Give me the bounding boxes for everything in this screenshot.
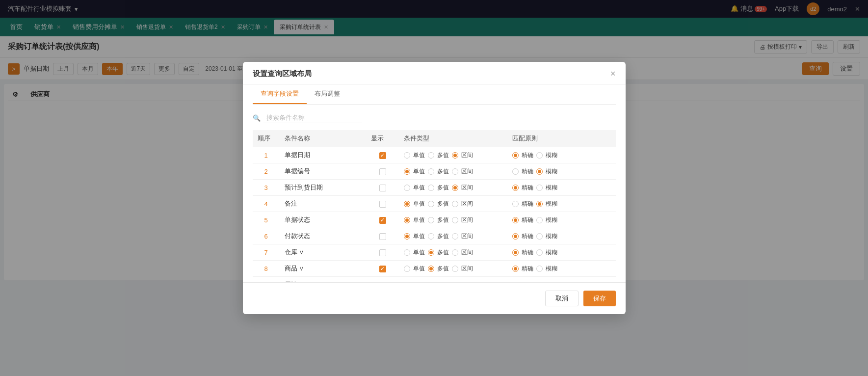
match-label-精确: 精确 bbox=[522, 232, 533, 241]
show-checkbox[interactable] bbox=[379, 282, 386, 282]
row-name: 单据日期 bbox=[280, 147, 367, 163]
type-radio-单值[interactable] bbox=[404, 266, 410, 272]
row-type: 单值多值区间 bbox=[399, 180, 507, 196]
th-match: 匹配原则 bbox=[507, 130, 616, 147]
type-label-区间: 区间 bbox=[461, 167, 473, 176]
search-icon: 🔍 bbox=[253, 114, 261, 122]
match-radio-精确[interactable] bbox=[512, 201, 519, 207]
match-label-精确: 精确 bbox=[522, 167, 533, 176]
match-radio-模糊[interactable] bbox=[536, 249, 543, 256]
row-order: 2 bbox=[253, 163, 280, 180]
type-radio-区间[interactable] bbox=[452, 233, 458, 240]
type-radio-多值[interactable] bbox=[428, 249, 434, 256]
type-radio-多值[interactable] bbox=[428, 168, 434, 175]
match-label-模糊: 模糊 bbox=[546, 200, 557, 208]
match-label-模糊: 模糊 bbox=[546, 167, 557, 176]
show-checkbox[interactable] bbox=[379, 185, 386, 191]
row-order: 5 bbox=[253, 212, 280, 228]
type-radio-多值[interactable] bbox=[428, 185, 434, 191]
tab-layout-adjust[interactable]: 布局调整 bbox=[307, 84, 348, 104]
dialog-title: 设置查询区域布局 bbox=[253, 69, 312, 79]
row-name: 属性 ∨ bbox=[280, 277, 367, 283]
type-label-多值: 多值 bbox=[437, 151, 449, 160]
match-radio-精确[interactable] bbox=[512, 217, 519, 223]
type-label-多值: 多值 bbox=[437, 200, 449, 208]
type-radio-区间[interactable] bbox=[452, 249, 458, 256]
match-radio-模糊[interactable] bbox=[536, 266, 543, 272]
row-order: 1 bbox=[253, 147, 280, 163]
type-label-单值: 单值 bbox=[413, 232, 425, 241]
row-order: 6 bbox=[253, 228, 280, 244]
show-checkbox[interactable] bbox=[379, 168, 386, 175]
dialog-tabs: 查询字段设置 布局调整 bbox=[253, 84, 616, 105]
type-radio-区间[interactable] bbox=[452, 201, 458, 207]
type-radio-单值[interactable] bbox=[404, 233, 410, 240]
row-match: 精确模糊 bbox=[507, 244, 616, 261]
type-radio-单值[interactable] bbox=[404, 217, 410, 223]
type-radio-单值[interactable] bbox=[404, 152, 410, 159]
row-type: 单值多值区间 bbox=[399, 147, 507, 163]
type-radio-区间[interactable] bbox=[452, 168, 458, 175]
match-label-模糊: 模糊 bbox=[546, 248, 557, 257]
show-checkbox[interactable] bbox=[379, 266, 386, 272]
th-order: 顺序 bbox=[253, 130, 280, 147]
match-radio-精确[interactable] bbox=[512, 233, 519, 240]
match-radio-精确[interactable] bbox=[512, 152, 519, 159]
match-radio-模糊[interactable] bbox=[536, 185, 543, 191]
type-radio-单值[interactable] bbox=[404, 249, 410, 256]
type-label-单值: 单值 bbox=[413, 184, 425, 192]
tab-query-fields-label: 查询字段设置 bbox=[261, 90, 299, 97]
type-radio-单值[interactable] bbox=[404, 168, 410, 175]
match-radio-精确[interactable] bbox=[512, 185, 519, 191]
row-order: 4 bbox=[253, 196, 280, 212]
condition-search-input[interactable] bbox=[263, 112, 362, 123]
tab-layout-adjust-label: 布局调整 bbox=[315, 90, 340, 97]
match-radio-精确[interactable] bbox=[512, 249, 519, 256]
row-match: 精确模糊 bbox=[507, 163, 616, 180]
row-name: 商品 ∨ bbox=[280, 261, 367, 277]
type-radio-多值[interactable] bbox=[428, 201, 434, 207]
table-row: 3预计到货日期单值多值区间精确模糊 bbox=[253, 180, 616, 196]
match-radio-精确[interactable] bbox=[512, 266, 519, 272]
type-radio-多值[interactable] bbox=[428, 266, 434, 272]
row-type: 单值多值区间 bbox=[399, 261, 507, 277]
type-label-区间: 区间 bbox=[461, 151, 473, 160]
match-label-模糊: 模糊 bbox=[546, 265, 557, 273]
show-checkbox[interactable] bbox=[379, 233, 386, 240]
type-radio-区间[interactable] bbox=[452, 217, 458, 223]
type-label-多值: 多值 bbox=[437, 184, 449, 192]
type-label-区间: 区间 bbox=[461, 184, 473, 192]
type-label-多值: 多值 bbox=[437, 167, 449, 176]
row-show bbox=[366, 163, 398, 180]
match-radio-模糊[interactable] bbox=[536, 201, 543, 207]
row-order: 9 bbox=[253, 277, 280, 283]
match-radio-精确[interactable] bbox=[512, 168, 519, 175]
type-radio-区间[interactable] bbox=[452, 152, 458, 159]
row-name: 单据状态 bbox=[280, 212, 367, 228]
row-name: 仓库 ∨ bbox=[280, 244, 367, 261]
table-row: 2单据编号单值多值区间精确模糊 bbox=[253, 163, 616, 180]
type-radio-多值[interactable] bbox=[428, 233, 434, 240]
match-radio-模糊[interactable] bbox=[536, 168, 543, 175]
match-label-精确: 精确 bbox=[522, 184, 533, 192]
match-radio-模糊[interactable] bbox=[536, 152, 543, 159]
type-radio-区间[interactable] bbox=[452, 266, 458, 272]
type-radio-多值[interactable] bbox=[428, 152, 434, 159]
type-radio-单值[interactable] bbox=[404, 201, 410, 207]
table-row: 7仓库 ∨单值多值区间精确模糊 bbox=[253, 244, 616, 261]
type-radio-区间[interactable] bbox=[452, 185, 458, 191]
type-radio-多值[interactable] bbox=[428, 217, 434, 223]
show-checkbox[interactable] bbox=[379, 201, 386, 208]
show-checkbox[interactable] bbox=[379, 249, 386, 256]
th-name: 条件名称 bbox=[280, 130, 367, 147]
match-radio-模糊[interactable] bbox=[536, 217, 543, 223]
tab-query-fields[interactable]: 查询字段设置 bbox=[253, 84, 307, 104]
table-row: 9属性 ∨单值多值区间精确模糊 bbox=[253, 277, 616, 283]
row-show bbox=[366, 147, 398, 163]
row-name: 预计到货日期 bbox=[280, 180, 367, 196]
show-checkbox[interactable] bbox=[379, 217, 386, 224]
match-radio-模糊[interactable] bbox=[536, 233, 543, 240]
show-checkbox[interactable] bbox=[379, 152, 386, 159]
type-radio-单值[interactable] bbox=[404, 185, 410, 191]
dialog-close-button[interactable]: × bbox=[610, 69, 616, 79]
